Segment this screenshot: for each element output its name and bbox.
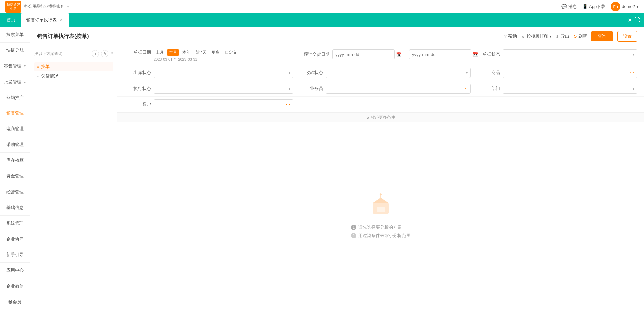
sidebar-item-member[interactable]: 畅会员 (0, 294, 30, 310)
sidebar-label-quick-nav: 快捷导航 (6, 47, 24, 53)
date-btn-more[interactable]: 更多 (210, 49, 222, 56)
left-panel-icons: + ✎ « (92, 50, 113, 57)
refresh-btn[interactable]: ↻ 刷新 (573, 33, 587, 39)
date-btn-custom[interactable]: 自定义 (223, 49, 239, 56)
main-layout: 搜索菜单 快捷导航 零售管理 ▾ 批发管理 ▴ 营销推广 销售管理 电商管理 采… (0, 27, 644, 310)
sidebar-item-operations[interactable]: 经营管理 (0, 184, 30, 200)
customer-more-icon[interactable]: ··· (286, 101, 290, 107)
tab-close-icon[interactable]: ✕ (59, 17, 64, 23)
sidebar-label-operations: 经营管理 (6, 189, 24, 195)
expected-date-field: 预计交货日期 📅 — 📅 (296, 49, 471, 59)
sidebar-item-retail[interactable]: 零售管理 ▾ (0, 58, 30, 74)
app-download-icon: 📱 (582, 4, 588, 9)
date-btn-last7[interactable]: 近7天 (194, 49, 208, 56)
empty-state: 1 请先选择要分析的方案 2 用过滤条件来缩小分析范围 (117, 122, 644, 310)
topbar-right: 💬 消息 📱 App下载 Ea demo2 ▾ (561, 2, 639, 11)
salesperson-select[interactable]: ··· (326, 84, 471, 94)
query-button[interactable]: 查询 (591, 31, 613, 41)
sidebar-item-ecommerce[interactable]: 电商管理 (0, 121, 30, 137)
sidebar-item-enterprise[interactable]: 企业协同 (0, 231, 30, 247)
expand-window-icon[interactable]: ⛶ (635, 17, 640, 23)
filter-row-2: 出库状态 ▾ 收款状态 ▾ (117, 65, 644, 81)
salesperson-more-icon[interactable]: ··· (463, 86, 468, 92)
customer-select[interactable]: ··· (154, 99, 293, 109)
export-btn[interactable]: ⬇ 导出 (555, 33, 569, 39)
content-area: 销售订单执行表(按单) ? 帮助 🖨 按模板打印 ▾ ⬇ 导出 ↻ 刷新 (30, 27, 644, 310)
expected-date-range: 📅 — 📅 (332, 49, 478, 59)
sidebar-item-marketing[interactable]: 营销推广 (0, 90, 30, 106)
date-btn-this-month[interactable]: 本月 (167, 49, 179, 56)
wholesale-arrow-icon: ▴ (24, 80, 26, 84)
scheme-item-欠货[interactable]: ○ 欠货情况 (34, 71, 113, 81)
help-icon: ? (504, 34, 507, 39)
sidebar-item-app-center[interactable]: 应用中心 (0, 263, 30, 278)
sidebar-item-ent-wechat[interactable]: 企业微信 (0, 278, 30, 294)
scheme-item-按单[interactable]: ● 按单 (34, 62, 113, 71)
page-header: 销售订单执行表(按单) ? 帮助 🖨 按模板打印 ▾ ⬇ 导出 ↻ 刷新 (30, 27, 644, 46)
date-btn-last-month[interactable]: 上月 (154, 49, 166, 56)
page-title: 销售订单执行表(按单) (37, 33, 89, 44)
sidebar-label-basic: 基础信息 (6, 205, 24, 211)
date-btn-this-year[interactable]: 本年 (180, 49, 193, 56)
collapse-bar[interactable]: ∧ 收起更多条件 (117, 112, 644, 122)
scheme-label-按单: 按单 (41, 64, 50, 70)
collapse-label: 收起更多条件 (371, 115, 395, 120)
exec-status-field: 执行状态 ▾ (124, 84, 293, 94)
retail-arrow-icon: ▾ (24, 64, 26, 68)
sidebar-item-basic[interactable]: 基础信息 (0, 200, 30, 216)
edit-scheme-btn[interactable]: ✎ (101, 50, 108, 57)
tab-sales-order-label: 销售订单执行表 (26, 17, 57, 23)
dept-field: 部门 ▾ (473, 84, 637, 94)
sidebar-item-purchase[interactable]: 采购管理 (0, 137, 30, 153)
receipt-status-select[interactable]: ▾ (326, 68, 471, 78)
tip-text-1: 请先选择要分析的方案 (358, 224, 402, 230)
user-menu[interactable]: Ea demo2 ▾ (611, 2, 639, 11)
scheme-dot-按单: ● (37, 65, 39, 69)
sidebar-item-stock[interactable]: 库存核算 (0, 153, 30, 168)
doc-status-arrow: ▾ (633, 53, 634, 56)
settings-button[interactable]: 设置 (617, 31, 637, 42)
close-window-icon[interactable]: ✕ (628, 17, 632, 23)
goods-label: 商品 (473, 70, 500, 76)
left-panel-header: 按以下方案查询 + ✎ « (34, 50, 113, 57)
salesperson-label: 业务员 (296, 86, 323, 92)
print-btn[interactable]: 🖨 按模板打印 ▾ (521, 33, 551, 39)
sidebar-item-new-guide[interactable]: 新手引导 (0, 247, 30, 263)
empty-icon (367, 192, 394, 219)
doc-status-select[interactable]: ▾ (503, 49, 637, 59)
sidebar-item-system[interactable]: 系统管理 (0, 216, 30, 231)
help-btn[interactable]: ? 帮助 (504, 33, 517, 39)
receipt-status-label: 收款状态 (296, 70, 323, 76)
tab-home[interactable]: 首页 (1, 13, 21, 27)
tab-sales-order[interactable]: 销售订单执行表 ✕ (21, 13, 69, 27)
add-scheme-btn[interactable]: + (92, 50, 99, 57)
sidebar-item-search-menu[interactable]: 搜索菜单 (0, 27, 30, 43)
export-label: 导出 (560, 33, 569, 39)
expected-date-end[interactable] (409, 49, 471, 59)
goods-select[interactable]: ··· (503, 68, 637, 78)
out-status-select[interactable]: ▾ (154, 68, 293, 78)
sidebar-label-member: 畅会员 (8, 299, 21, 305)
dropdown-icon[interactable]: ▾ (67, 4, 69, 9)
out-status-arrow: ▾ (289, 71, 290, 75)
collapse-left-btn[interactable]: « (110, 50, 113, 57)
dept-select[interactable]: ▾ (503, 84, 637, 94)
scheme-list: ● 按单 ○ 欠货情况 (34, 62, 113, 81)
sidebar-item-finance[interactable]: 资金管理 (0, 168, 30, 184)
sidebar-item-sales[interactable]: 销售管理 (0, 105, 30, 121)
sidebar-item-quick-nav[interactable]: 快捷导航 (0, 43, 30, 58)
exec-status-select[interactable]: ▾ (154, 84, 293, 94)
sidebar-item-wholesale[interactable]: 批发管理 ▴ (0, 74, 30, 90)
expected-date-start[interactable] (332, 49, 395, 59)
app-download-btn[interactable]: 📱 App下载 (582, 4, 605, 10)
tip-num-2: 2 (351, 233, 356, 238)
print-label: 按模板打印 (527, 33, 548, 39)
svg-marker-1 (373, 198, 389, 203)
date-controls: 上月 本月 本年 近7天 更多 自定义 2023-03-01 至 2023-03… (154, 49, 293, 62)
message-btn[interactable]: 💬 消息 (561, 4, 577, 10)
customer-field: 客户 ··· (124, 99, 293, 109)
goods-more-icon[interactable]: ··· (630, 70, 634, 76)
page-header-actions: ? 帮助 🖨 按模板打印 ▾ ⬇ 导出 ↻ 刷新 查询 设置 (504, 31, 637, 46)
svg-rect-2 (377, 207, 385, 212)
message-label: 消息 (568, 4, 577, 10)
